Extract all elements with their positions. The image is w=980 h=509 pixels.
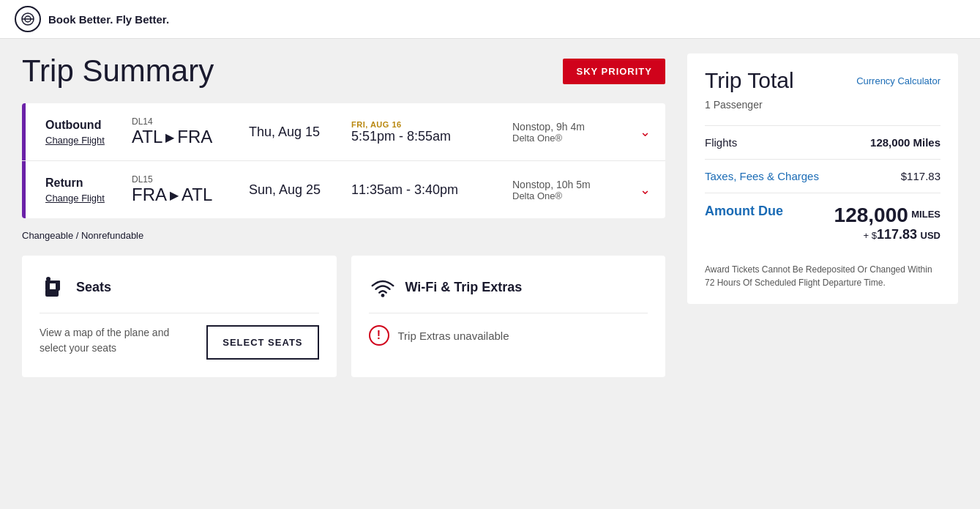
miles-label: MILES — [911, 209, 940, 220]
amount-due-label: Amount Due — [705, 204, 783, 219]
seats-card: Seats View a map of the plane and select… — [22, 256, 337, 377]
outbound-info-col: Nonstop, 9h 4m Delta One® — [512, 121, 640, 144]
outbound-flight-number: DL14 — [132, 116, 246, 127]
return-arrow: ▶ — [170, 188, 179, 202]
flights-label: Flights — [705, 136, 737, 149]
outbound-label-col: Outbound Change Flight — [37, 119, 132, 146]
outbound-time-col: FRI, AUG 16 5:51pm - 8:55am — [351, 120, 512, 144]
seats-description: View a map of the plane and select your … — [40, 325, 192, 356]
return-change-flight-link[interactable]: Change Flight — [45, 193, 132, 204]
return-label-col: Return Change Flight — [37, 177, 132, 204]
svg-point-8 — [381, 294, 384, 297]
return-route: FRA ▶ ATL — [132, 185, 249, 205]
return-time: 11:35am - 3:40pm — [351, 182, 512, 198]
changeable-text: Changeable / Nonrefundable — [22, 230, 665, 241]
plus-sign: + $ — [864, 230, 877, 241]
return-cabin: Delta One® — [512, 190, 640, 201]
return-chevron-icon[interactable]: ⌄ — [640, 182, 651, 198]
return-route-col: DL15 FRA ▶ ATL — [132, 174, 249, 205]
return-date-col: Sun, Aug 25 — [249, 182, 351, 198]
page-title: Trip Summary — [22, 53, 214, 89]
passenger-count: 1 Passenger — [705, 99, 940, 111]
return-time-col: 11:35am - 3:40pm — [351, 182, 512, 198]
cards-row: Seats View a map of the plane and select… — [22, 256, 665, 377]
trip-total-header: Trip Total Currency Calculator — [705, 68, 940, 93]
warning-icon: ! — [369, 325, 389, 346]
outbound-flight-row: Outbound Change Flight DL14 ATL ▶ FRA Th… — [22, 103, 665, 161]
outbound-change-flight-link[interactable]: Change Flight — [45, 135, 132, 146]
outbound-time: 5:51pm - 8:55am — [351, 129, 512, 144]
wifi-card-title: Wi-Fi & Trip Extras — [405, 280, 523, 295]
wifi-card: Wi-Fi & Trip Extras ! Trip Extras unavai… — [351, 256, 666, 377]
seats-card-body: View a map of the plane and select your … — [40, 325, 319, 360]
page-title-row: Trip Summary SKY PRIORITY — [22, 53, 665, 89]
outbound-accent — [22, 103, 26, 160]
return-flight-row: Return Change Flight DL15 FRA ▶ ATL Sun,… — [22, 161, 665, 218]
trip-extras-text: Trip Extras unavailable — [398, 330, 509, 342]
return-info-col: Nonstop, 10h 5m Delta One® — [512, 179, 640, 201]
logo-icon — [15, 6, 41, 32]
seats-card-header: Seats — [40, 273, 319, 313]
outbound-label: Outbound — [45, 119, 132, 132]
trip-total-title: Trip Total — [705, 68, 794, 93]
wifi-icon — [369, 273, 397, 301]
outbound-route-col: DL14 ATL ▶ FRA — [132, 116, 249, 147]
taxes-price-row: Taxes, Fees & Charges $117.83 — [705, 159, 940, 193]
outbound-date-highlight: FRI, AUG 16 — [351, 120, 512, 129]
sky-priority-badge: SKY PRIORITY — [563, 59, 665, 84]
flights-value: 128,000 Miles — [870, 136, 940, 149]
flights-container: Outbound Change Flight DL14 ATL ▶ FRA Th… — [22, 103, 665, 218]
usd-amount-line: + $117.83 USD — [834, 227, 940, 242]
outbound-date: Thu, Aug 15 — [249, 125, 320, 139]
taxes-value: $117.83 — [901, 170, 940, 182]
miles-amount-line: 128,000 MILES — [834, 204, 940, 227]
return-nonstop: Nonstop, 10h 5m — [512, 179, 640, 190]
wifi-card-header: Wi-Fi & Trip Extras — [369, 273, 648, 313]
outbound-route: ATL ▶ FRA — [132, 127, 249, 147]
amount-due-row: Amount Due 128,000 MILES + $117.83 USD — [705, 193, 940, 253]
seats-card-title: Seats — [76, 280, 111, 295]
return-accent — [22, 161, 26, 218]
award-notice: Award Tickets Cannot Be Redeposited Or C… — [705, 263, 940, 289]
miles-amount: 128,000 — [834, 204, 908, 226]
select-seats-button[interactable]: SELECT SEATS — [206, 325, 318, 360]
usd-amount: 117.83 — [877, 227, 917, 242]
outbound-cabin: Delta One® — [512, 133, 640, 144]
main-content: Trip Summary SKY PRIORITY Outbound Chang… — [0, 39, 980, 392]
flights-price-row: Flights 128,000 Miles — [705, 125, 940, 159]
right-panel: Trip Total Currency Calculator 1 Passeng… — [687, 53, 958, 304]
usd-label: USD — [921, 230, 940, 241]
return-date: Sun, Aug 25 — [249, 182, 321, 197]
outbound-arrow: ▶ — [165, 130, 174, 144]
logo-text: Book Better. Fly Better. — [48, 13, 169, 26]
seat-icon — [40, 273, 67, 301]
header-bar: Book Better. Fly Better. — [0, 0, 980, 39]
currency-calculator-link[interactable]: Currency Calculator — [856, 75, 940, 86]
svg-point-7 — [46, 277, 51, 281]
outbound-date-col: Thu, Aug 15 — [249, 125, 351, 140]
outbound-chevron-icon[interactable]: ⌄ — [640, 124, 651, 140]
taxes-label: Taxes, Fees & Charges — [705, 170, 819, 182]
wifi-card-body: ! Trip Extras unavailable — [369, 325, 648, 346]
outbound-nonstop: Nonstop, 9h 4m — [512, 121, 640, 133]
return-label: Return — [45, 177, 132, 190]
return-flight-number: DL15 — [132, 174, 246, 185]
amount-due-value: 128,000 MILES + $117.83 USD — [834, 204, 940, 242]
left-panel: Trip Summary SKY PRIORITY Outbound Chang… — [22, 53, 665, 377]
